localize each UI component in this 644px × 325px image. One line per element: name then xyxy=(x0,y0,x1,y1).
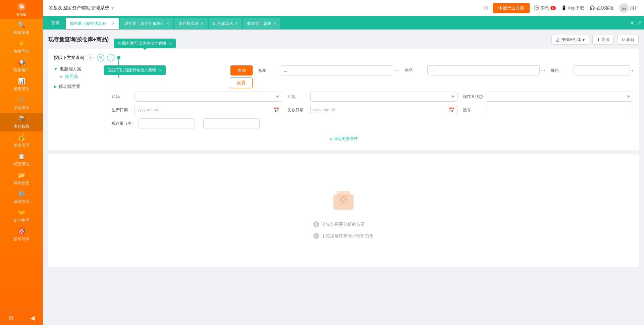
batch-label: 批号 xyxy=(463,107,483,113)
size-label: 尺码 xyxy=(112,94,132,100)
svg-rect-5 xyxy=(337,191,350,196)
svg-rect-9 xyxy=(338,204,348,205)
scheme-pc[interactable]: ▼ 电脑端方案 xyxy=(54,65,101,73)
logo: 畅 标准版 xyxy=(0,0,43,19)
tab-in-out-flow[interactable]: 出入库流水 × xyxy=(209,18,242,29)
query-btn[interactable]: 查询 xyxy=(230,65,253,75)
sidebar-item-enterprise[interactable]: 🤝 企业协同 xyxy=(0,207,43,225)
sidebar-item-system[interactable]: ⚙️ 系统管理 xyxy=(0,188,43,207)
user-action[interactable]: Ea 用户 xyxy=(619,3,639,13)
back-icon: ← xyxy=(108,55,113,60)
tab-batch-account[interactable]: 库存批次账 × xyxy=(174,18,207,29)
mfg-date-label: 生产日期 xyxy=(112,107,132,113)
tab-close-all-icon[interactable]: ✕ xyxy=(630,20,634,26)
settings-gear-icon[interactable]: ⚙ xyxy=(483,4,489,12)
color-dropdown-icon[interactable]: ▾ xyxy=(631,68,633,73)
scheme-mobile[interactable]: ▶ 移动端方案 xyxy=(54,83,101,90)
scheme-list-area: 这里可以创建和修改方案哦 × ▼ 电脑端方案 ▶ 按照品 ▶ xyxy=(54,65,101,90)
tab-close-batch-account[interactable]: × xyxy=(201,21,203,26)
message-action[interactable]: 💬 消息 6 xyxy=(534,5,556,11)
back-scheme-btn[interactable]: ← xyxy=(107,54,114,61)
print-icon: 🖨 xyxy=(556,38,560,42)
empty-text: 1 请先选择要分析的方案 2 用过滤条件来缩小分析范围 xyxy=(313,220,374,240)
settings-bottom-icon[interactable]: ⚙ xyxy=(8,314,14,322)
sidebar-item-quick[interactable]: ⚡ 快捷导航 xyxy=(0,38,43,56)
tab-close-inventory-dist[interactable]: × xyxy=(166,21,169,26)
set-btn[interactable]: 设置 xyxy=(230,77,253,88)
logo-text: 标准版 xyxy=(16,12,26,17)
system-icon: ⚙️ xyxy=(18,190,25,198)
size-select[interactable] xyxy=(135,92,282,102)
sidebar-item-marketing[interactable]: 📢 营销推广 xyxy=(0,56,43,75)
sidebar-item-label: 快捷导航 xyxy=(13,49,30,54)
tooltip2-close[interactable]: × xyxy=(159,68,162,73)
product-more-btn[interactable]: ··· xyxy=(541,67,545,73)
warehouse-more-btn[interactable]: ··· xyxy=(394,67,399,73)
stock-min-input[interactable] xyxy=(139,118,195,128)
page-title: 现存量查询(按仓库+商品) xyxy=(48,36,109,43)
product-field: 商品 ··· xyxy=(405,65,545,75)
trial-btn[interactable]: 体验行业方案 xyxy=(493,3,530,13)
product-input[interactable] xyxy=(427,65,540,75)
sidebar-item-inventory[interactable]: 📦 库存核算 xyxy=(0,113,43,131)
mfg-date-input[interactable]: yyyy-mm-dd 📅 xyxy=(135,105,282,115)
tabbar-right: ✕ ⤢ xyxy=(630,20,641,26)
tooltip1-close[interactable]: × xyxy=(169,41,172,46)
sidebar-item-finance[interactable]: 💰 资金管理 xyxy=(0,131,43,150)
sidebar-item-search[interactable]: 🔍 搜索菜单 xyxy=(0,19,43,38)
stock-status-label: 现存量状态 xyxy=(463,94,483,100)
edit-icon: ✎ xyxy=(99,55,103,60)
tab-close-inventory-status[interactable]: × xyxy=(112,21,115,26)
sales-icon: 📊 xyxy=(18,77,25,85)
exp-date-input[interactable]: yyyy-mm-dd 📅 xyxy=(310,105,458,115)
topbar: 装备及固定资产辅助管理系统 ▾ ⚙ 体验行业方案 💬 消息 6 📱 App下载 … xyxy=(43,0,644,16)
tab-inventory-dist[interactable]: 现存量（库存分布表） × xyxy=(120,18,173,29)
color-input[interactable] xyxy=(574,65,630,75)
batch-input[interactable] xyxy=(486,105,633,115)
dropdown-arrow[interactable]: ▾ xyxy=(111,5,114,11)
online-support-action[interactable]: 🎧 在线客服 xyxy=(590,5,614,11)
scheme-pc-child-1[interactable]: ▶ 按照品 xyxy=(60,73,101,80)
tab-collect-summary[interactable]: 收发存汇总表 × xyxy=(243,18,280,29)
tab-inventory-status[interactable]: 现存量（库存状况表） × xyxy=(66,18,119,29)
export-btn[interactable]: ⬆ 导出 xyxy=(592,35,614,45)
tab-close-in-out-flow[interactable]: × xyxy=(235,21,238,26)
collapse-btn[interactable]: ∧ 收起更多条件 xyxy=(54,132,633,145)
app-download-action[interactable]: 📱 App下载 xyxy=(561,5,584,11)
scheme-expand-icon: ▼ xyxy=(54,67,58,71)
finance-icon: 💰 xyxy=(18,134,25,141)
tab-close-collect-summary[interactable]: × xyxy=(273,21,276,26)
warehouse-field: 仓库 ··· xyxy=(258,65,399,75)
tooltip-scheme-mobile: 电脑方案可设为移动方案哦 × xyxy=(114,39,176,48)
color-field: 颜色 ▾ xyxy=(551,65,633,75)
template-print-btn[interactable]: 🖨 按模板打印 ▾ xyxy=(551,35,589,45)
sidebar-item-operations[interactable]: 📋 经营管理 xyxy=(0,150,43,169)
stock-main-label: 现存量（主） xyxy=(112,121,136,126)
connector-dot xyxy=(117,56,120,59)
step1-num: 1 xyxy=(313,221,319,227)
sidebar-item-basic[interactable]: 📂 基础信息 xyxy=(0,169,43,188)
sidebar-item-purchase[interactable]: 🛒 采购管理 xyxy=(0,94,43,113)
tab-expand-icon[interactable]: ⤢ xyxy=(637,20,641,26)
add-scheme-btn[interactable]: + xyxy=(87,54,94,61)
sidebar-item-label: 资金管理 xyxy=(13,143,30,148)
warehouse-input[interactable] xyxy=(281,65,393,75)
exp-date-label: 失效日期 xyxy=(287,107,308,113)
stock-status-select[interactable] xyxy=(486,92,633,102)
tab-home[interactable]: 首页 xyxy=(46,16,65,30)
collapse-sidebar-icon[interactable]: ◀ xyxy=(30,314,35,322)
origin-select[interactable] xyxy=(310,92,458,102)
export-icon: ⬆ xyxy=(597,38,600,42)
product-label: 商品 xyxy=(405,68,425,73)
refresh-btn[interactable]: ↻ 刷新 xyxy=(617,35,639,45)
sidebar-item-sales[interactable]: 📊 销售管理 xyxy=(0,75,43,94)
main-area: 装备及固定资产辅助管理系统 ▾ ⚙ 体验行业方案 💬 消息 6 📱 App下载 … xyxy=(43,0,644,325)
stock-main-field: 现存量（主） — xyxy=(112,118,260,128)
edit-scheme-btn[interactable]: ✎ xyxy=(97,54,104,61)
sidebar-item-guide[interactable]: 🎯 新手引导 xyxy=(0,225,43,244)
stock-max-input[interactable] xyxy=(203,118,260,128)
sidebar-item-label: 销售管理 xyxy=(13,86,30,92)
topbar-actions: 💬 消息 6 📱 App下载 🎧 在线客服 Ea 用户 xyxy=(534,3,639,13)
message-badge: 6 xyxy=(550,6,556,10)
logo-icon: 畅 xyxy=(15,2,28,11)
